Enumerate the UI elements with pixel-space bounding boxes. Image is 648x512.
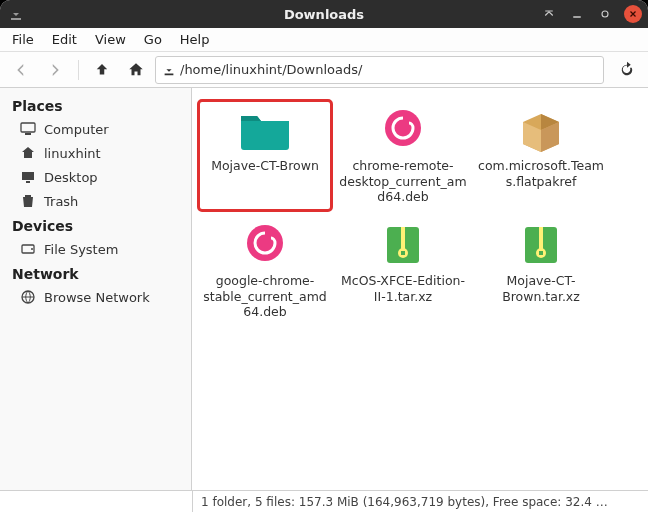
sidebar-item-label: File System [44, 242, 118, 257]
close-button[interactable] [624, 5, 642, 23]
svg-rect-5 [22, 172, 34, 180]
keep-on-top-button[interactable] [540, 5, 558, 23]
sidebar-heading-devices: Devices [4, 214, 187, 236]
up-button[interactable] [87, 56, 117, 84]
menubar: File Edit View Go Help [0, 28, 648, 52]
sidebar-heading-network: Network [4, 262, 187, 284]
svg-rect-2 [165, 73, 174, 75]
svg-point-1 [602, 11, 608, 17]
sidebar-item-label: Computer [44, 122, 109, 137]
statusbar: 1 folder, 5 files: 157.3 MiB (164,963,71… [192, 491, 648, 512]
drive-icon [20, 241, 36, 257]
svg-point-8 [31, 248, 33, 250]
svg-rect-21 [539, 227, 543, 249]
sidebar-heading-places: Places [4, 94, 187, 116]
sidebar-item-computer[interactable]: Computer [4, 118, 187, 140]
file-label: google-chrome-stable_current_amd64.deb [201, 273, 329, 320]
menu-view[interactable]: View [87, 30, 134, 49]
maximize-button[interactable] [596, 5, 614, 23]
sidebar-item-label: Trash [44, 194, 78, 209]
box-package-icon [513, 106, 569, 154]
debian-package-icon [375, 106, 431, 154]
sidebar-item-trash[interactable]: Trash [4, 190, 187, 212]
content-area[interactable]: Mojave-CT-Brown chrome-remote-desktop_cu… [192, 88, 648, 490]
file-label: com.microsoft.Teams.flatpakref [477, 158, 605, 189]
file-item-archive[interactable]: Mojave-CT-Brown.tar.xz [474, 215, 608, 326]
statusbar-wrap: 1 folder, 5 files: 157.3 MiB (164,963,71… [0, 490, 648, 512]
file-item-folder[interactable]: Mojave-CT-Brown [198, 100, 332, 211]
svg-rect-3 [21, 123, 35, 132]
file-manager-window: Downloads File Edit View Go Help [0, 0, 648, 512]
file-item-archive[interactable]: McOS-XFCE-Edition-II-1.tar.xz [336, 215, 470, 326]
sidebar: Places Computer linuxhint Desktop Trash … [0, 88, 192, 490]
file-item-deb[interactable]: google-chrome-stable_current_amd64.deb [198, 215, 332, 326]
sidebar-item-filesystem[interactable]: File System [4, 238, 187, 260]
status-text: 1 folder, 5 files: 157.3 MiB (164,963,71… [201, 495, 608, 509]
svg-rect-6 [26, 181, 30, 183]
app-icon [8, 6, 24, 22]
window-controls [540, 5, 642, 23]
archive-icon [375, 221, 431, 269]
body: Places Computer linuxhint Desktop Trash … [0, 88, 648, 490]
sidebar-item-home[interactable]: linuxhint [4, 142, 187, 164]
svg-rect-0 [573, 16, 581, 18]
svg-rect-19 [401, 251, 405, 255]
file-item-deb[interactable]: chrome-remote-desktop_current_amd64.deb [336, 100, 470, 211]
minimize-button[interactable] [568, 5, 586, 23]
sidebar-item-label: linuxhint [44, 146, 101, 161]
path-text: /home/linuxhint/Downloads/ [180, 62, 362, 77]
desktop-icon [20, 169, 36, 185]
home-icon [20, 145, 36, 161]
monitor-icon [20, 121, 36, 137]
titlebar: Downloads [0, 0, 648, 28]
file-label: Mojave-CT-Brown.tar.xz [477, 273, 605, 304]
svg-point-10 [385, 110, 421, 146]
folder-icon [237, 106, 293, 154]
globe-icon [20, 289, 36, 305]
trash-icon [20, 193, 36, 209]
back-button[interactable] [6, 56, 36, 84]
svg-point-15 [247, 225, 283, 261]
menu-help[interactable]: Help [172, 30, 218, 49]
archive-icon [513, 221, 569, 269]
svg-rect-17 [401, 227, 405, 249]
sidebar-item-desktop[interactable]: Desktop [4, 166, 187, 188]
file-item-package[interactable]: com.microsoft.Teams.flatpakref [474, 100, 608, 211]
file-label: McOS-XFCE-Edition-II-1.tar.xz [339, 273, 467, 304]
sidebar-item-label: Browse Network [44, 290, 150, 305]
toolbar: /home/linuxhint/Downloads/ [0, 52, 648, 88]
sidebar-item-browse-network[interactable]: Browse Network [4, 286, 187, 308]
file-label: chrome-remote-desktop_current_amd64.deb [339, 158, 467, 205]
file-grid: Mojave-CT-Brown chrome-remote-desktop_cu… [196, 98, 644, 328]
sidebar-item-label: Desktop [44, 170, 98, 185]
svg-rect-23 [539, 251, 543, 255]
menu-edit[interactable]: Edit [44, 30, 85, 49]
menu-go[interactable]: Go [136, 30, 170, 49]
separator [78, 60, 79, 80]
svg-rect-4 [25, 133, 31, 135]
file-label: Mojave-CT-Brown [211, 158, 319, 174]
menu-file[interactable]: File [4, 30, 42, 49]
forward-button[interactable] [40, 56, 70, 84]
pathbar[interactable]: /home/linuxhint/Downloads/ [155, 56, 604, 84]
home-button[interactable] [121, 56, 151, 84]
reload-button[interactable] [612, 56, 642, 84]
debian-package-icon [237, 221, 293, 269]
path-icon [162, 63, 176, 77]
